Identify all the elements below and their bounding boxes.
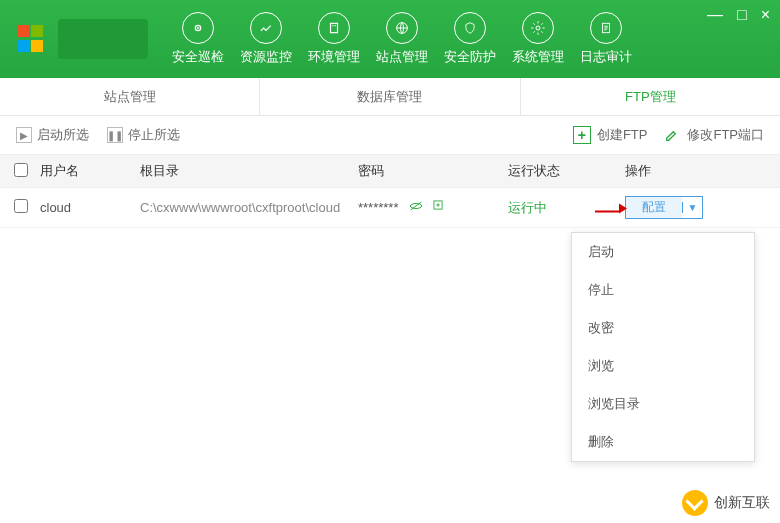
close-button[interactable]: ×	[761, 6, 770, 24]
nav-system-manage[interactable]: 系统管理	[512, 12, 564, 66]
modify-ftp-port-button[interactable]: 修改FTP端口	[663, 126, 764, 144]
brand-text	[58, 19, 148, 59]
building-icon	[318, 12, 350, 44]
nav-env-manage[interactable]: 环境管理	[308, 12, 360, 66]
app-header: 安全巡检 资源监控 环境管理 站点管理 安全防护 系统管理 日志审计 — □	[0, 0, 780, 78]
menu-start[interactable]: 启动	[572, 233, 754, 271]
footer: 创新互联	[682, 483, 770, 523]
menu-browse-dir[interactable]: 浏览目录	[572, 385, 754, 423]
nav-security-protect[interactable]: 安全防护	[444, 12, 496, 66]
cell-pwd: ********	[358, 200, 398, 215]
stop-selected-button[interactable]: ❚❚ 停止所选	[107, 126, 180, 144]
chart-icon	[250, 12, 282, 44]
chevron-down-icon[interactable]: ▼	[682, 202, 702, 213]
menu-stop[interactable]: 停止	[572, 271, 754, 309]
table-header: 用户名 根目录 密码 运行状态 操作	[0, 154, 780, 188]
table-row: cloud C:\cxwww\wwwroot\cxftproot\cloud *…	[0, 188, 780, 228]
row-checkbox[interactable]	[14, 199, 28, 213]
nav-security-inspect[interactable]: 安全巡检	[172, 12, 224, 66]
app-logo	[18, 25, 46, 53]
plus-icon: +	[573, 126, 591, 144]
ftp-table: 用户名 根目录 密码 运行状态 操作 cloud C:\cxwww\wwwroo…	[0, 154, 780, 228]
pause-icon: ❚❚	[107, 127, 123, 143]
annotation-arrow	[595, 200, 627, 215]
doc-icon	[590, 12, 622, 44]
nav-log-audit[interactable]: 日志审计	[580, 12, 632, 66]
start-selected-button[interactable]: ▶ 启动所选	[16, 126, 89, 144]
nav-label: 资源监控	[240, 48, 292, 66]
menu-change-pwd[interactable]: 改密	[572, 309, 754, 347]
col-pwd: 密码	[358, 162, 508, 180]
play-icon: ▶	[16, 127, 32, 143]
nav-label: 日志审计	[580, 48, 632, 66]
footer-brand: 创新互联	[714, 494, 770, 512]
tab-ftp-manage[interactable]: FTP管理	[521, 78, 780, 115]
select-all-checkbox[interactable]	[14, 163, 28, 177]
col-user: 用户名	[40, 162, 140, 180]
col-status: 运行状态	[508, 162, 625, 180]
col-ops: 操作	[625, 162, 780, 180]
minimize-button[interactable]: —	[707, 6, 723, 24]
toolbar: ▶ 启动所选 ❚❚ 停止所选 + 创建FTP 修改FTP端口	[0, 116, 780, 154]
shield-icon	[454, 12, 486, 44]
toggle-visibility-icon[interactable]	[408, 198, 424, 217]
main-nav: 安全巡检 资源监控 环境管理 站点管理 安全防护 系统管理 日志审计	[172, 12, 770, 66]
maximize-button[interactable]: □	[737, 6, 747, 24]
window-controls: — □ ×	[707, 6, 770, 24]
target-icon	[182, 12, 214, 44]
create-ftp-button[interactable]: + 创建FTP	[573, 126, 648, 144]
gear-icon	[522, 12, 554, 44]
svg-rect-4	[335, 25, 336, 26]
globe-icon	[386, 12, 418, 44]
config-dropdown-menu: 启动 停止 改密 浏览 浏览目录 删除	[571, 232, 755, 462]
nav-label: 环境管理	[308, 48, 360, 66]
edit-icon	[663, 126, 681, 144]
svg-rect-3	[332, 25, 333, 26]
config-button[interactable]: 配置 ▼	[625, 196, 703, 219]
nav-resource-monitor[interactable]: 资源监控	[240, 12, 292, 66]
nav-label: 系统管理	[512, 48, 564, 66]
tab-site-manage[interactable]: 站点管理	[0, 78, 260, 115]
nav-label: 站点管理	[376, 48, 428, 66]
footer-logo-icon	[682, 490, 708, 516]
cell-user: cloud	[40, 200, 140, 215]
nav-label: 安全巡检	[172, 48, 224, 66]
svg-point-1	[197, 27, 199, 29]
nav-label: 安全防护	[444, 48, 496, 66]
nav-site-manage[interactable]: 站点管理	[376, 12, 428, 66]
copy-icon[interactable]	[431, 198, 445, 217]
menu-delete[interactable]: 删除	[572, 423, 754, 461]
sub-tabs: 站点管理 数据库管理 FTP管理	[0, 78, 780, 116]
tab-db-manage[interactable]: 数据库管理	[260, 78, 520, 115]
cell-root: C:\cxwww\wwwroot\cxftproot\cloud	[140, 200, 358, 215]
col-root: 根目录	[140, 162, 358, 180]
svg-point-6	[536, 26, 540, 30]
menu-browse[interactable]: 浏览	[572, 347, 754, 385]
svg-rect-2	[331, 23, 338, 32]
